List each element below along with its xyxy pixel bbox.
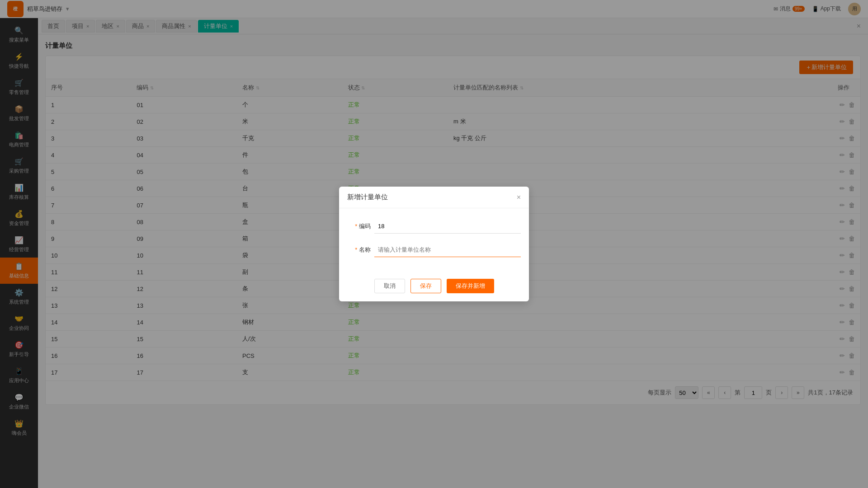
add-unit-modal: 新增计量单位 × * 编码 * 名称 取消 保存 保存并新增 bbox=[339, 187, 529, 301]
modal-title: 新增计量单位 bbox=[347, 193, 388, 202]
name-label: * 名称 bbox=[347, 246, 374, 254]
name-required-star: * bbox=[355, 246, 359, 253]
form-row-name: * 名称 bbox=[347, 243, 521, 257]
modal-close-button[interactable]: × bbox=[517, 193, 521, 202]
save-button[interactable]: 保存 bbox=[410, 279, 441, 293]
modal-header: 新增计量单位 × bbox=[339, 187, 529, 208]
code-required-star: * bbox=[355, 223, 359, 230]
code-label: * 编码 bbox=[347, 222, 374, 230]
modal-footer: 取消 保存 保存并新增 bbox=[339, 273, 529, 301]
form-row-code: * 编码 bbox=[347, 219, 521, 234]
modal-overlay: 新增计量单位 × * 编码 * 名称 取消 保存 保存并新增 bbox=[0, 0, 868, 488]
name-input[interactable] bbox=[374, 243, 521, 257]
cancel-button[interactable]: 取消 bbox=[374, 279, 405, 293]
save-new-button[interactable]: 保存并新增 bbox=[447, 279, 494, 293]
code-input[interactable] bbox=[374, 219, 521, 234]
modal-body: * 编码 * 名称 bbox=[339, 208, 529, 273]
